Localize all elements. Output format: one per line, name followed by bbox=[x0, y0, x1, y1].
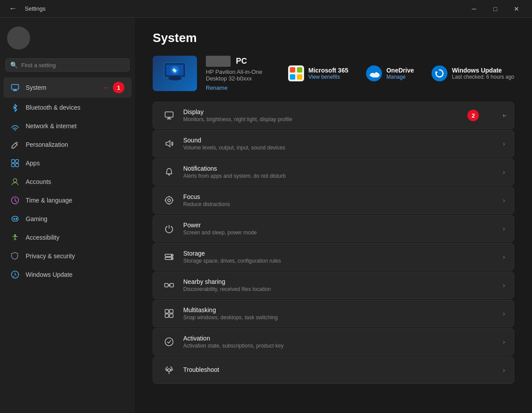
sidebar-item-winupdate[interactable]: Windows Update bbox=[4, 266, 131, 283]
sidebar-item-accessibility[interactable]: Accessibility bbox=[4, 229, 131, 246]
ms365-action[interactable]: View benefits bbox=[308, 74, 348, 80]
svg-rect-23 bbox=[297, 67, 302, 73]
focus-text: Focus Reduce distractions bbox=[183, 193, 496, 207]
onedrive-action[interactable]: Manage bbox=[386, 74, 414, 80]
search-icon: 🔍 bbox=[10, 61, 18, 69]
pc-rename-link[interactable]: Rename bbox=[206, 84, 279, 91]
notifications-text: Notifications Alerts from apps and syste… bbox=[183, 165, 496, 179]
sidebar-item-privacy-label: Privacy & security bbox=[26, 252, 124, 260]
power-title: Power bbox=[183, 222, 496, 229]
settings-item-nearby[interactable]: Nearby sharing Discoverability, received… bbox=[153, 272, 514, 299]
settings-item-storage[interactable]: Storage Storage space, drives, configura… bbox=[153, 243, 514, 271]
settings-item-troubleshoot[interactable]: Troubleshoot › bbox=[153, 356, 514, 384]
pc-model: HP Pavilion All-in-One Desktop 32-b0xxx bbox=[206, 69, 279, 82]
onedrive-name: OneDrive bbox=[386, 67, 414, 74]
sidebar-item-time[interactable]: Time & language bbox=[4, 191, 131, 209]
sidebar-item-bluetooth[interactable]: Bluetooth & devices bbox=[4, 99, 131, 116]
activation-chevron: › bbox=[503, 338, 505, 345]
minimize-button[interactable]: ─ bbox=[464, 2, 484, 16]
close-button[interactable]: ✕ bbox=[506, 2, 527, 16]
sidebar-item-apps-label: Apps bbox=[26, 160, 124, 167]
search-input[interactable] bbox=[21, 62, 125, 69]
notifications-desc: Alerts from apps and system, do not dist… bbox=[183, 173, 496, 179]
svg-point-18 bbox=[168, 76, 181, 80]
ms365-info: Microsoft 365 View benefits bbox=[308, 67, 348, 80]
activation-text: Activation Activation state, subscriptio… bbox=[183, 335, 496, 349]
svg-point-13 bbox=[16, 219, 17, 220]
settings-item-focus[interactable]: Focus Reduce distractions › bbox=[153, 187, 514, 214]
settings-item-notifications[interactable]: Notifications Alerts from apps and syste… bbox=[153, 158, 514, 186]
sidebar-item-privacy[interactable]: Privacy & security bbox=[4, 247, 131, 265]
settings-item-activation[interactable]: Activation Activation state, subscriptio… bbox=[153, 328, 514, 356]
sidebar-item-winupdate-label: Windows Update bbox=[26, 271, 124, 278]
sidebar-item-accounts[interactable]: Accounts bbox=[4, 173, 131, 191]
maximize-button[interactable]: □ bbox=[485, 2, 505, 16]
activation-title: Activation bbox=[183, 335, 496, 342]
svg-point-34 bbox=[166, 197, 173, 204]
svg-point-35 bbox=[168, 199, 170, 202]
settings-item-multitasking[interactable]: Multitasking Snap windows, desktops, tas… bbox=[153, 300, 514, 327]
multitasking-icon bbox=[162, 306, 176, 321]
notifications-chevron: › bbox=[503, 168, 505, 176]
settings-item-power[interactable]: Power Screen and sleep, power mode › bbox=[153, 215, 514, 242]
troubleshoot-title: Troubleshoot bbox=[183, 366, 496, 373]
service-onedrive: OneDrive Manage bbox=[366, 65, 414, 81]
service-winupdate: Windows Update Last checked: 6 hours ago bbox=[432, 65, 514, 81]
sidebar-item-personalization-label: Personalization bbox=[26, 141, 124, 148]
notifications-icon bbox=[162, 165, 176, 179]
activation-icon bbox=[162, 335, 176, 349]
sidebar-item-bluetooth-label: Bluetooth & devices bbox=[26, 104, 124, 111]
svg-rect-0 bbox=[12, 84, 19, 89]
gaming-icon bbox=[11, 214, 19, 223]
sidebar-item-network[interactable]: Network & internet bbox=[4, 117, 131, 135]
personalization-icon bbox=[11, 140, 19, 149]
power-text: Power Screen and sleep, power mode bbox=[183, 222, 496, 236]
troubleshoot-chevron: › bbox=[503, 367, 505, 374]
svg-marker-32 bbox=[166, 141, 170, 147]
svg-rect-44 bbox=[165, 283, 168, 287]
activation-desc: Activation state, subscriptions, product… bbox=[183, 343, 496, 349]
winupdate-service-name: Windows Update bbox=[452, 67, 514, 74]
focus-title: Focus bbox=[183, 193, 496, 200]
pc-image bbox=[153, 56, 197, 91]
winupdate-service-action: Last checked: 6 hours ago bbox=[452, 74, 514, 80]
sidebar-item-apps[interactable]: Apps bbox=[4, 154, 131, 172]
sidebar-item-gaming[interactable]: Gaming bbox=[4, 210, 131, 228]
focus-desc: Reduce distractions bbox=[183, 201, 496, 207]
system-annotation: ← 1 bbox=[102, 82, 124, 93]
power-icon bbox=[162, 222, 176, 236]
onedrive-info: OneDrive Manage bbox=[386, 67, 414, 80]
settings-item-display[interactable]: Display Monitors, brightness, night ligh… bbox=[153, 102, 514, 129]
sound-title: Sound bbox=[183, 137, 496, 144]
annotation-arrow-1: ← bbox=[102, 83, 110, 92]
app-body: 🔍 System ← 1 Bluetooth & devices bbox=[0, 18, 532, 413]
ms365-name: Microsoft 365 bbox=[308, 67, 348, 74]
pc-name: PC bbox=[206, 56, 279, 67]
search-box[interactable]: 🔍 bbox=[5, 58, 130, 72]
svg-rect-5 bbox=[15, 160, 19, 163]
notifications-title: Notifications bbox=[183, 165, 496, 172]
nearby-desc: Discoverability, received files location bbox=[183, 286, 496, 292]
svg-rect-25 bbox=[297, 74, 302, 80]
titlebar-left: ← Settings bbox=[5, 2, 46, 15]
svg-point-3 bbox=[15, 130, 15, 130]
display-icon bbox=[162, 108, 176, 122]
display-text: Display Monitors, brightness, night ligh… bbox=[183, 108, 460, 122]
svg-rect-4 bbox=[12, 160, 15, 163]
settings-item-sound[interactable]: Sound Volume levels, output, input, soun… bbox=[153, 130, 514, 157]
pc-name-suffix: PC bbox=[236, 57, 247, 66]
svg-rect-50 bbox=[170, 314, 173, 317]
settings-list: Display Monitors, brightness, night ligh… bbox=[153, 102, 514, 384]
svg-point-43 bbox=[171, 258, 172, 259]
sidebar-item-personalization[interactable]: Personalization bbox=[4, 136, 131, 153]
svg-point-27 bbox=[432, 65, 447, 81]
sidebar-item-network-label: Network & internet bbox=[26, 122, 124, 130]
multitasking-desc: Snap windows, desktops, task switching bbox=[183, 314, 496, 321]
bluetooth-icon bbox=[11, 103, 19, 112]
back-button[interactable]: ← bbox=[5, 2, 20, 15]
system-icon bbox=[11, 83, 19, 92]
svg-rect-45 bbox=[170, 283, 173, 287]
user-avatar bbox=[7, 27, 30, 50]
sidebar-item-system[interactable]: System ← 1 bbox=[4, 77, 131, 98]
main-content: System PC HP Pavilion All-in bbox=[135, 18, 532, 413]
